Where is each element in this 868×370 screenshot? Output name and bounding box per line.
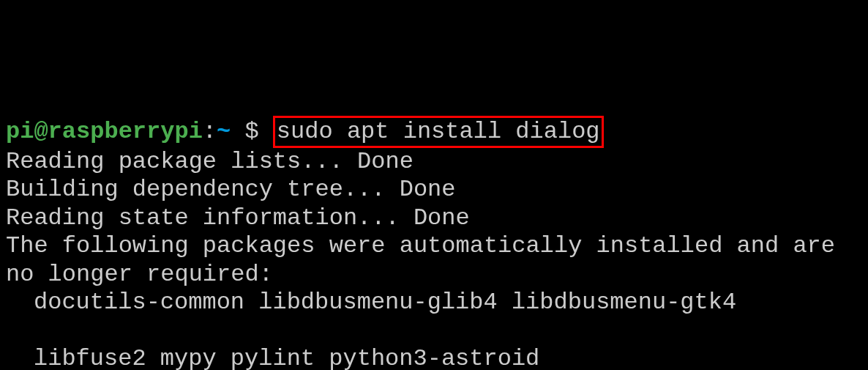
package-list-item: libfuse2 mypy pylint python3-astroid	[6, 345, 862, 370]
prompt-dollar: $	[244, 118, 272, 145]
prompt-user: pi@raspberrypi	[6, 118, 203, 145]
command-input[interactable]: sudo apt install dialog	[273, 116, 604, 148]
output-line: Reading package lists... Done	[6, 148, 414, 175]
prompt-path: ~	[217, 118, 244, 145]
output-line: Reading state information... Done	[6, 204, 470, 232]
terminal-output: pi@raspberrypi:~ $ sudo apt install dial…	[6, 116, 862, 370]
package-list-item: docutils-common libdbusmenu-glib4 libdbu…	[6, 289, 862, 317]
prompt-separator: :	[203, 118, 217, 145]
output-line: The following packages were automaticall…	[6, 232, 849, 287]
output-line: Building dependency tree... Done	[6, 176, 456, 203]
